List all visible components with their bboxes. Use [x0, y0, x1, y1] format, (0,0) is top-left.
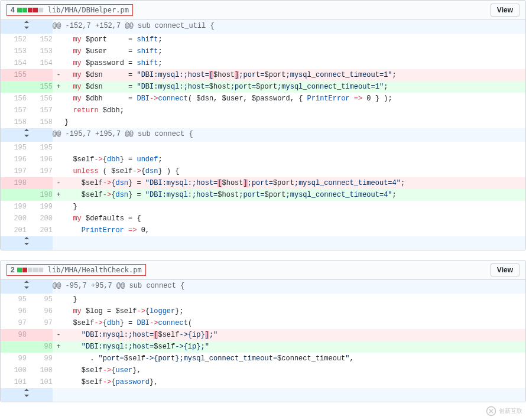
code-content: my $dsn = "DBI:mysql:;host=[$host];port=… — [64, 69, 525, 81]
code-line: 9999 . "port=$self->{port};mysql_connect… — [1, 353, 525, 364]
code-line: 101101 $self->{password}, — [1, 376, 525, 388]
line-number-old[interactable]: 152 — [1, 34, 27, 45]
view-button[interactable]: View — [491, 4, 519, 17]
line-number-old[interactable]: 156 — [1, 93, 27, 105]
line-number-old[interactable]: 196 — [1, 154, 27, 165]
line-number-new[interactable]: 101 — [27, 376, 53, 388]
expand-icon[interactable] — [1, 280, 53, 294]
code-content: "DBI:mysql:;host=$self->{ip};" — [64, 341, 525, 353]
line-number-new[interactable] — [27, 177, 53, 189]
line-number-new[interactable]: 198 — [27, 189, 53, 201]
line-number-old[interactable]: 157 — [1, 105, 27, 116]
line-number-new[interactable]: 95 — [27, 294, 53, 305]
line-number-old[interactable]: 101 — [1, 376, 27, 388]
line-number-new[interactable]: 156 — [27, 93, 53, 105]
line-number-old[interactable] — [1, 341, 27, 353]
diff-marker — [53, 45, 64, 57]
diffstat-block-del — [22, 268, 27, 272]
line-number-old[interactable]: 195 — [1, 142, 27, 154]
expand-row — [1, 236, 525, 250]
diffstat-block-add — [22, 8, 27, 12]
hunk-header-text: @@ -95,7 +95,7 @@ sub connect { — [53, 280, 525, 294]
line-number-new[interactable]: 196 — [27, 154, 53, 165]
code-line: 197197 unless ( $self->{dsn} ) { — [1, 165, 525, 177]
diff-marker — [53, 317, 64, 329]
line-number-old[interactable]: 99 — [1, 353, 27, 364]
diff-container: 4lib/MHA/DBHelper.pmView@@ -152,7 +152,7… — [0, 0, 526, 402]
expand-icon[interactable] — [1, 20, 53, 34]
line-number-new[interactable] — [27, 69, 53, 81]
line-number-old[interactable]: 153 — [1, 45, 27, 57]
watermark-icon — [486, 406, 496, 412]
line-number-new[interactable]: 152 — [27, 34, 53, 45]
diff-marker: - — [53, 69, 64, 81]
line-number-new[interactable]: 157 — [27, 105, 53, 116]
line-number-old[interactable] — [1, 81, 27, 93]
expand-icon[interactable] — [1, 388, 53, 402]
line-number-old[interactable]: 154 — [1, 57, 27, 69]
line-number-old[interactable]: 198 — [1, 177, 27, 189]
diff-marker: + — [53, 189, 64, 201]
hunk-header-text: @@ -152,7 +152,7 @@ sub connect_util { — [53, 20, 525, 34]
line-number-old[interactable]: 201 — [1, 224, 27, 236]
diff-table: @@ -95,7 +95,7 @@ sub connect {9595 }969… — [1, 280, 525, 402]
line-number-new[interactable]: 98 — [27, 341, 53, 353]
diff-marker — [53, 154, 64, 165]
line-number-old[interactable]: 155 — [1, 69, 27, 81]
code-line: 155- my $dsn = "DBI:mysql:;host=[$host];… — [1, 69, 525, 81]
line-number-new[interactable]: 97 — [27, 317, 53, 329]
line-number-old[interactable]: 98 — [1, 329, 27, 341]
code-content: unless ( $self->{dsn} ) { — [64, 165, 525, 177]
code-line: 198- $self->{dsn} = "DBI:mysql:;host=[$h… — [1, 177, 525, 189]
diffstat-block-add — [17, 8, 22, 12]
diffstat-block-neutral — [38, 8, 43, 12]
code-content: "DBI:mysql:;host=[$self->{ip}];" — [64, 329, 525, 341]
line-number-old[interactable]: 96 — [1, 305, 27, 317]
line-number-new[interactable]: 200 — [27, 213, 53, 224]
line-number-old[interactable]: 100 — [1, 364, 27, 376]
code-content: my $defaults = { — [64, 213, 525, 224]
file-header: 2lib/MHA/HealthCheck.pmView — [1, 261, 525, 280]
diff-marker — [53, 224, 64, 236]
line-number-old[interactable]: 158 — [1, 116, 27, 128]
file-path[interactable]: lib/MHA/DBHelper.pm — [48, 6, 129, 14]
expand-icon[interactable] — [1, 128, 53, 142]
line-number-new[interactable]: 197 — [27, 165, 53, 177]
line-number-new[interactable]: 96 — [27, 305, 53, 317]
line-number-new[interactable]: 155 — [27, 81, 53, 93]
diff-marker — [53, 34, 64, 45]
line-number-old[interactable]: 199 — [1, 201, 27, 213]
line-number-old[interactable]: 95 — [1, 294, 27, 305]
code-content: my $dsn = "DBI:mysql:;host=$host;port=$p… — [64, 81, 525, 93]
line-number-new[interactable]: 99 — [27, 353, 53, 364]
line-number-new[interactable]: 199 — [27, 201, 53, 213]
line-number-new[interactable]: 154 — [27, 57, 53, 69]
diff-marker: + — [53, 81, 64, 93]
line-number-new[interactable]: 158 — [27, 116, 53, 128]
diffstat-block-neutral — [38, 268, 43, 272]
code-content: $self->{user}, — [64, 364, 525, 376]
line-number-old[interactable]: 197 — [1, 165, 27, 177]
diff-marker: - — [53, 329, 64, 341]
diffstat-block-add — [17, 268, 22, 272]
line-number-new[interactable]: 195 — [27, 142, 53, 154]
diff-marker — [53, 57, 64, 69]
diff-marker — [53, 116, 64, 128]
watermark-text: 创新互联 — [499, 407, 522, 412]
expand-icon[interactable] — [1, 236, 53, 250]
code-line: 198+ $self->{dsn} = "DBI:mysql:;host=$ho… — [1, 189, 525, 201]
file-path[interactable]: lib/MHA/HealthCheck.pm — [48, 266, 142, 274]
code-content: . "port=$self->{port};mysql_connect_time… — [64, 353, 525, 364]
code-line: 152152 my $port = shift; — [1, 34, 525, 45]
code-content: $self->{dsn} = "DBI:mysql:;host=[$host];… — [64, 177, 525, 189]
line-number-old[interactable]: 200 — [1, 213, 27, 224]
line-number-new[interactable] — [27, 329, 53, 341]
file-header: 4lib/MHA/DBHelper.pmView — [1, 1, 525, 20]
line-number-old[interactable]: 97 — [1, 317, 27, 329]
diff-marker: - — [53, 177, 64, 189]
line-number-new[interactable]: 201 — [27, 224, 53, 236]
line-number-new[interactable]: 100 — [27, 364, 53, 376]
line-number-new[interactable]: 153 — [27, 45, 53, 57]
view-button[interactable]: View — [491, 263, 519, 276]
line-number-old[interactable] — [1, 189, 27, 201]
